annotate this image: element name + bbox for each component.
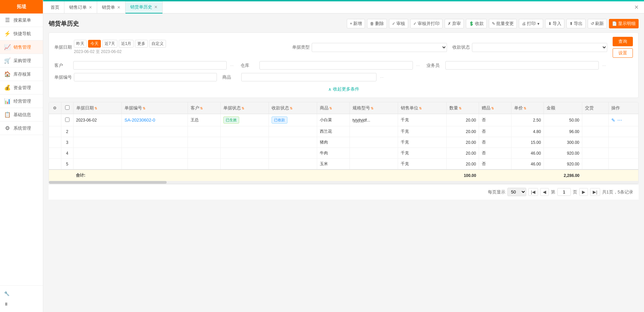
sidebar-item-ops-mgmt[interactable]: 📊 经营管理 <box>0 95 43 108</box>
sidebar-bottom-item-2[interactable]: ⏸ <box>0 299 43 309</box>
sidebar-bottom-item-1[interactable]: 🔧 <box>0 288 43 299</box>
sidebar-item-label: 经营管理 <box>13 98 31 104</box>
doc-type-select[interactable] <box>312 43 447 52</box>
th-docstatus[interactable]: 单据状态⇅ <box>220 102 269 114</box>
th-unit[interactable]: 销售单位⇅ <box>398 102 446 114</box>
col-settings[interactable]: ⚙ <box>49 102 61 114</box>
cell-unit: 千克 <box>398 114 446 126</box>
th-price[interactable]: 单价⇅ <box>511 102 544 114</box>
salesman-input[interactable] <box>445 61 599 70</box>
sidebar-item-inventory[interactable]: 🏠 库存核算 <box>0 68 43 81</box>
btn-yesterday[interactable]: 昨天 <box>74 40 87 48</box>
tab-sales-order-close[interactable]: ✕ <box>89 5 92 10</box>
btn-custom[interactable]: 自定义 <box>149 40 166 48</box>
filter-collapse-btn[interactable]: ∧ 收起更多条件 <box>54 85 633 94</box>
btn-review-print[interactable]: ✓ 审核并打印 <box>410 19 443 28</box>
th-customer[interactable]: 客户⇅ <box>188 102 220 114</box>
row-settings <box>49 114 61 126</box>
btn-export[interactable]: ⬆ 导出 <box>566 19 586 28</box>
btn-abandon[interactable]: ✗ 弃审 <box>445 19 464 28</box>
page-first-btn[interactable]: |◀ <box>528 188 538 196</box>
tab-sales-order-label: 销售订单 <box>69 4 87 10</box>
cell-pay-status: 已收款 <box>269 114 317 126</box>
page-size-select[interactable]: 50 100 200 <box>507 188 526 196</box>
btn-refresh[interactable]: ↺ 刷新 <box>588 19 607 28</box>
btn-show-detail[interactable]: 📄 显示明细 <box>609 19 639 28</box>
tab-home[interactable]: 首页 <box>46 1 64 14</box>
more-action-btn[interactable]: ⋯ <box>617 118 622 123</box>
sidebar-item-purchase-mgmt[interactable]: 🛒 采购管理 <box>0 54 43 68</box>
collect-status-select[interactable] <box>472 43 607 52</box>
tab-sales-history[interactable]: 销货单历史 ✕ <box>125 1 163 14</box>
cell-docno[interactable] <box>121 137 188 148</box>
row-checkbox-cell: 4 <box>61 148 73 159</box>
btn-review-print-label: 审核并打印 <box>418 21 440 27</box>
page-prev-btn[interactable]: ◀ <box>540 188 549 196</box>
btn-7days[interactable]: 近7天 <box>102 40 117 48</box>
btn-import[interactable]: ⬇ 导入 <box>545 19 564 28</box>
tab-sales-invoice[interactable]: 销货单 ✕ <box>97 1 125 14</box>
date-range-text: 2023-06-02 至 2023-06-02 <box>74 49 166 55</box>
sidebar-item-sys-mgmt[interactable]: ⚙ 系统管理 <box>0 122 43 135</box>
row-checkbox[interactable] <box>65 118 69 122</box>
sidebar-item-search-menu[interactable]: ☰ 搜索菜单 <box>0 14 43 27</box>
cell-delivery <box>582 137 609 148</box>
goods-input[interactable] <box>241 73 376 81</box>
page-last-btn[interactable]: ▶| <box>590 188 600 196</box>
sidebar-item-base-info[interactable]: 📋 基础信息 <box>0 108 43 122</box>
purchase-mgmt-icon: 🛒 <box>4 57 11 64</box>
th-gift[interactable]: 赠品⇅ <box>479 102 511 114</box>
date-label: 单据日期 <box>54 44 72 50</box>
sidebar-item-quick-nav[interactable]: ⚡ 快捷导航 <box>0 27 43 41</box>
edit-action-btn[interactable]: ✎ <box>611 118 615 123</box>
btn-delete[interactable]: 🗑 删除 <box>367 19 387 28</box>
warehouse-input[interactable] <box>259 61 413 70</box>
page-number-input[interactable] <box>557 188 571 196</box>
customer-input[interactable] <box>73 61 227 70</box>
sidebar-item-sales-mgmt[interactable]: 📈 销售管理 <box>0 41 43 54</box>
cell-docno[interactable] <box>121 159 188 170</box>
tab-sales-history-close[interactable]: ✕ <box>154 5 158 9</box>
print-icon: 🖨 <box>522 21 526 26</box>
warehouse-suffix[interactable]: ··· <box>415 63 421 68</box>
tab-sales-order[interactable]: 销售订单 ✕ <box>64 1 97 14</box>
btn-new[interactable]: + 新增 <box>347 19 365 28</box>
btn-batch-change[interactable]: ✎ 批量变更 <box>489 19 517 28</box>
btn-today[interactable]: 今天 <box>88 40 101 48</box>
horizontal-scrollbar[interactable] <box>49 181 638 184</box>
cell-price: 46.00 <box>511 159 544 170</box>
goods-suffix[interactable]: ··· <box>379 75 385 80</box>
data-table-container: ⚙ 单据日期⇅ 单据编号⇅ 客户⇅ 单据状态⇅ 收款状态⇅ 商品⇅ 规格型号⇅ … <box>49 102 639 184</box>
cell-docno[interactable] <box>121 148 188 159</box>
set-button[interactable]: 设置 <box>613 48 633 58</box>
query-button[interactable]: 查询 <box>613 37 633 46</box>
btn-collect[interactable]: 💲 收款 <box>466 19 487 28</box>
th-qty[interactable]: 数量⇅ <box>446 102 479 114</box>
tab-sales-invoice-close[interactable]: ✕ <box>117 5 120 10</box>
docno-input[interactable] <box>74 73 217 81</box>
cell-docno[interactable]: SA-20230602-0 <box>121 114 188 126</box>
table-row: 4牛肉千克20.00否46.00920.00 <box>49 148 638 159</box>
th-paystatus[interactable]: 收款状态⇅ <box>269 102 317 114</box>
select-all-checkbox[interactable] <box>65 105 69 110</box>
cell-docno[interactable] <box>121 126 188 137</box>
customer-suffix[interactable]: ··· <box>229 63 235 68</box>
salesman-suffix[interactable]: ··· <box>601 63 607 68</box>
window-close-btn[interactable]: ✕ <box>632 4 641 10</box>
docno-link[interactable]: SA-20230602-0 <box>124 118 155 123</box>
table-row: 2023-06-02SA-20230602-0王总已生效已收款小白菜tyjyjt… <box>49 114 638 126</box>
btn-new-label: 新增 <box>353 21 362 27</box>
pagination-bar: 每页显示 50 100 200 |◀ ◀ 第 页 ▶ ▶| 共1页，5条记录 <box>49 184 639 200</box>
btn-more[interactable]: 更多 <box>135 40 148 48</box>
btn-1month[interactable]: 近1月 <box>119 40 134 48</box>
btn-print[interactable]: 🖨 打印 ▼ <box>519 19 543 28</box>
btn-review[interactable]: ✓ 审核 <box>389 19 408 28</box>
th-spec[interactable]: 规格型号⇅ <box>349 102 398 114</box>
th-docno[interactable]: 单据编号⇅ <box>121 102 188 114</box>
scroll-thumb[interactable] <box>49 181 167 184</box>
page-next-btn[interactable]: ▶ <box>579 188 588 196</box>
th-goods[interactable]: 商品⇅ <box>317 102 349 114</box>
cell-goods: 西兰花 <box>317 126 349 137</box>
sidebar-item-finance-mgmt[interactable]: 💰 资金管理 <box>0 81 43 95</box>
th-date[interactable]: 单据日期⇅ <box>73 102 121 114</box>
